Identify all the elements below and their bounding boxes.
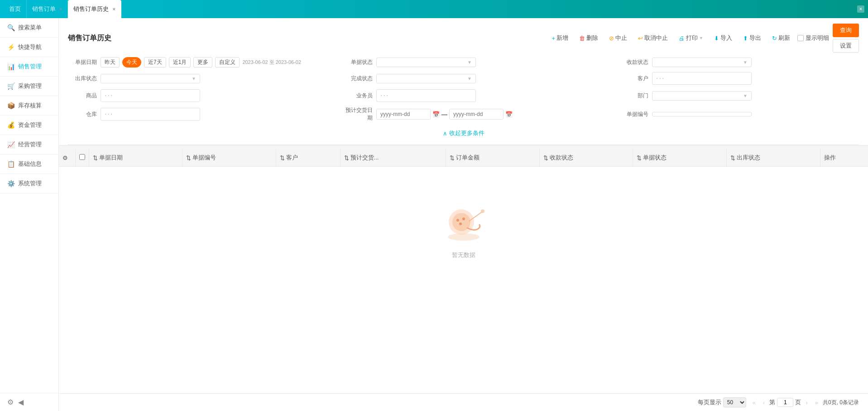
cancel-stop-icon: ↩ xyxy=(638,35,643,42)
th-order-status[interactable]: ⇅ 单据状态 xyxy=(633,149,727,167)
tab-sales-order-close[interactable]: × xyxy=(59,6,62,12)
customer-control[interactable]: ··· xyxy=(652,72,859,85)
sidebar-item-inventory[interactable]: 📦 库存核算 xyxy=(0,96,58,116)
tab-sales-order-history-close[interactable]: × xyxy=(112,6,115,12)
th-order-status-icon: ⇅ xyxy=(637,155,642,161)
sidebar-collapse-icon[interactable]: ◀ xyxy=(18,398,24,406)
window-close-button[interactable]: × xyxy=(857,5,864,13)
sidebar-item-finance-label: 资金管理 xyxy=(18,121,42,129)
goods-control[interactable]: ··· xyxy=(101,89,307,102)
out-arrow-icon: ▼ xyxy=(192,76,196,81)
purchase-mgmt-icon: 🛒 xyxy=(7,82,14,90)
calendar-start-icon[interactable]: 📅 xyxy=(432,111,440,118)
select-all-checkbox[interactable] xyxy=(79,154,85,160)
th-order-no[interactable]: ⇅ 单据编号 xyxy=(182,149,276,167)
next-page-button[interactable]: › xyxy=(803,398,810,407)
delete-button[interactable]: 🗑 删除 xyxy=(575,32,602,44)
export-button[interactable]: ⬆ 导出 xyxy=(739,32,765,44)
sidebar-item-sales-mgmt-label: 销售管理 xyxy=(18,63,42,71)
sidebar-item-system-mgmt[interactable]: ⚙️ 系统管理 xyxy=(0,174,58,193)
tab-sales-order-history[interactable]: 销售订单历史 × xyxy=(68,0,121,18)
prev-page-button[interactable]: ‹ xyxy=(760,398,767,407)
last-page-button[interactable]: » xyxy=(812,398,821,407)
th-date[interactable]: ⇅ 单据日期 xyxy=(89,149,182,167)
date-btn-1month[interactable]: 近1月 xyxy=(169,57,191,68)
dept-label: 部门 xyxy=(619,92,652,100)
import-button[interactable]: ⬇ 导入 xyxy=(710,32,736,44)
stop-button[interactable]: ⊘ 中止 xyxy=(605,32,631,44)
order-no-input[interactable] xyxy=(652,112,752,116)
warehouse-input[interactable]: ··· xyxy=(101,108,200,121)
new-button[interactable]: + 新增 xyxy=(548,32,572,44)
goods-dots-icon: ··· xyxy=(105,92,113,100)
th-out-status[interactable]: ⇅ 出库状态 xyxy=(727,149,820,167)
dept-control[interactable]: ▼ xyxy=(652,91,859,101)
calendar-end-icon[interactable]: 📅 xyxy=(505,111,513,118)
goods-input[interactable]: ··· xyxy=(101,89,200,102)
sidebar-item-operations-label: 经营管理 xyxy=(18,140,42,149)
order-no-control[interactable] xyxy=(652,112,859,116)
table-settings-icon[interactable]: ⚙ xyxy=(62,155,68,161)
out-control[interactable]: ▼ xyxy=(101,74,307,83)
date-btn-custom[interactable]: 自定义 xyxy=(215,57,240,68)
base-info-icon: 📋 xyxy=(7,160,14,168)
sidebar-item-search-menu[interactable]: 🔍 搜索菜单 xyxy=(0,18,58,38)
delivery-start-input[interactable] xyxy=(376,109,431,120)
pagination: « ‹ 第 页 › » 共0页, 0条记录 xyxy=(750,398,859,407)
setting-button[interactable]: 设置 xyxy=(833,39,859,53)
warehouse-label: 仓库 xyxy=(68,111,101,118)
out-select[interactable]: ▼ xyxy=(101,74,200,83)
tab-sales-order[interactable]: 销售订单 × xyxy=(27,0,68,18)
collapse-button[interactable]: ∧ 收起更多条件 xyxy=(68,126,859,140)
print-button[interactable]: 🖨 打印 ▼ xyxy=(675,32,707,44)
delete-label: 删除 xyxy=(586,34,598,42)
import-label: 导入 xyxy=(720,34,732,42)
th-settings[interactable]: ⚙ xyxy=(59,149,75,167)
th-delivery-date[interactable]: ⇅ 预计交货... xyxy=(340,149,446,167)
th-payment-status[interactable]: ⇅ 收款状态 xyxy=(539,149,633,167)
delivery-end-input[interactable] xyxy=(449,109,504,120)
refresh-icon: ↻ xyxy=(772,35,777,42)
cancel-stop-button[interactable]: ↩ 取消中止 xyxy=(634,32,671,44)
collapse-up-icon: ∧ xyxy=(443,130,447,137)
query-button[interactable]: 查询 xyxy=(833,24,859,37)
sidebar-bottom: ⚙ ◀ xyxy=(0,393,58,411)
refresh-button[interactable]: ↻ 刷新 xyxy=(768,32,794,44)
first-page-button[interactable]: « xyxy=(750,398,758,407)
display-toggle-checkbox[interactable] xyxy=(797,35,804,41)
date-btn-yesterday[interactable]: 昨天 xyxy=(101,57,120,68)
sidebar-settings-icon[interactable]: ⚙ xyxy=(7,398,14,406)
payment-control[interactable]: ▼ xyxy=(652,58,859,67)
page-title-row: 销售订单历史 + 新增 🗑 删除 ⊘ 中止 ↩ xyxy=(68,24,859,53)
complete-control[interactable]: ▼ xyxy=(376,74,583,83)
th-checkbox[interactable] xyxy=(75,149,89,167)
status-label: 单据状态 xyxy=(344,58,376,66)
per-page-select[interactable]: 10 20 50 100 xyxy=(723,397,746,407)
sidebar-item-quick-nav[interactable]: ⚡ 快捷导航 xyxy=(0,38,58,57)
dept-select[interactable]: ▼ xyxy=(652,91,752,101)
status-control[interactable]: ▼ xyxy=(376,58,583,67)
date-btn-more[interactable]: 更多 xyxy=(193,57,212,68)
status-select[interactable]: ▼ xyxy=(376,58,476,67)
page-input[interactable] xyxy=(777,398,793,407)
complete-select[interactable]: ▼ xyxy=(376,74,476,83)
sidebar-item-purchase-mgmt[interactable]: 🛒 采购管理 xyxy=(0,77,58,96)
date-btn-7days[interactable]: 近7天 xyxy=(144,57,166,68)
table-header-row: ⚙ ⇅ 单据日期 ⇅ xyxy=(59,149,868,167)
date-btn-today[interactable]: 今天 xyxy=(122,57,141,68)
sidebar-item-sales-mgmt[interactable]: 📊 销售管理 xyxy=(0,57,58,77)
tab-home[interactable]: 首页 xyxy=(4,0,27,18)
salesman-control[interactable]: ··· xyxy=(376,89,583,102)
customer-input[interactable]: ··· xyxy=(652,72,752,85)
salesman-input[interactable]: ··· xyxy=(376,89,476,102)
th-actions: 操作 xyxy=(820,149,868,167)
sidebar-item-operations[interactable]: 📈 经营管理 xyxy=(0,135,58,155)
payment-select[interactable]: ▼ xyxy=(652,58,752,67)
per-page-group: 每页显示 10 20 50 100 xyxy=(698,397,746,407)
th-amount[interactable]: ⇅ 订单金额 xyxy=(446,149,540,167)
warehouse-control[interactable]: ··· xyxy=(101,108,307,121)
sidebar-item-base-info[interactable]: 📋 基础信息 xyxy=(0,155,58,174)
th-customer[interactable]: ⇅ 客户 xyxy=(276,149,340,167)
display-toggle[interactable]: 显示明细 xyxy=(797,34,829,42)
sidebar-item-finance[interactable]: 💰 资金管理 xyxy=(0,116,58,135)
